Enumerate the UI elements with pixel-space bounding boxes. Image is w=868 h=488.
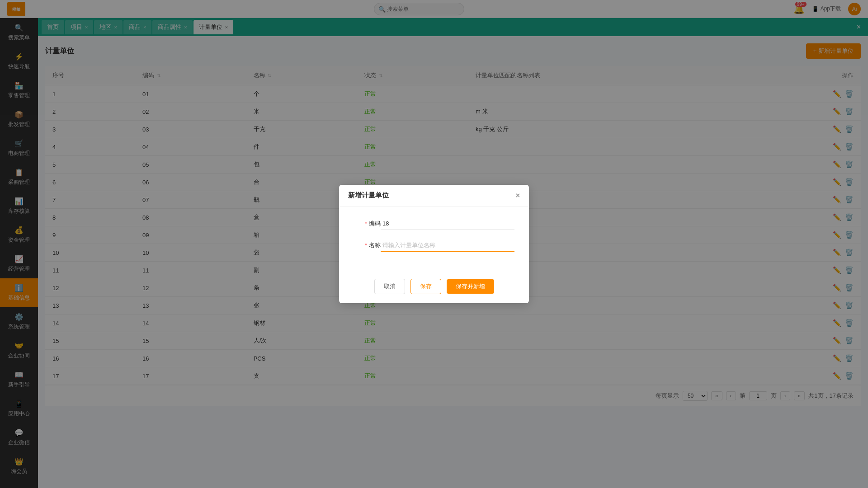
form-row-code: *编码 [354, 217, 514, 230]
modal-body: *编码 *名称 [339, 206, 529, 272]
cancel-button[interactable]: 取消 [374, 279, 405, 294]
code-input[interactable] [381, 217, 514, 230]
save-and-new-button[interactable]: 保存并新增 [447, 279, 494, 294]
modal-footer: 取消 保存 保存并新增 [339, 272, 529, 303]
add-unit-modal: 新增计量单位 × *编码 *名称 取消 保存 保存并新增 [339, 185, 529, 303]
code-label: *编码 [354, 220, 381, 228]
save-button[interactable]: 保存 [410, 279, 441, 294]
name-label: *名称 [354, 241, 381, 249]
modal-header: 新增计量单位 × [339, 185, 529, 206]
modal-title: 新增计量单位 [348, 191, 389, 200]
modal-overlay: 新增计量单位 × *编码 *名称 取消 保存 保存并新增 [0, 0, 868, 488]
modal-close-button[interactable]: × [516, 192, 520, 199]
name-input[interactable] [381, 239, 514, 252]
form-row-name: *名称 [354, 239, 514, 252]
